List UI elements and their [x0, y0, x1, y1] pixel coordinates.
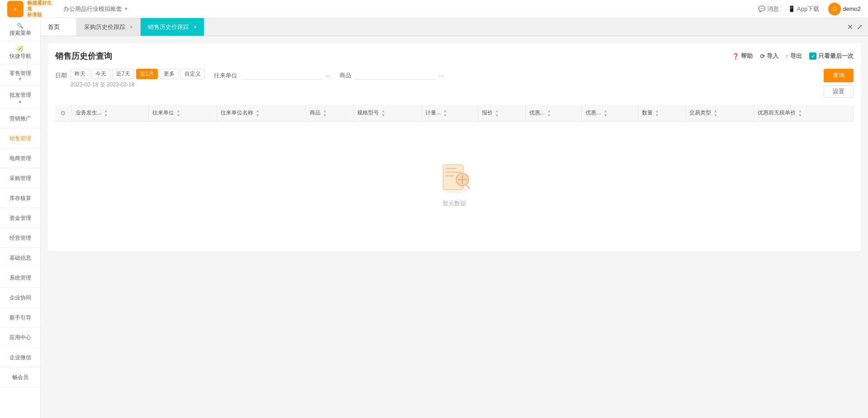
product-input-group: ... [355, 69, 444, 80]
col-product[interactable]: 商品 ▲▼ [306, 105, 353, 122]
sidebar-item-wechat[interactable]: 企业微信 [0, 347, 40, 367]
sales-history-close-icon[interactable]: × [193, 24, 197, 30]
sort-icon-business-date: ▲▼ [104, 109, 108, 118]
source-picker-btn[interactable]: ... [325, 71, 330, 78]
wholesale-expand-icon: ▲ [18, 99, 23, 104]
sales-history-tab-label: 销售历史价跟踪 [148, 23, 189, 31]
import-action[interactable]: ⟳ 导入 [760, 52, 778, 60]
sort-icon-spec: ▲▼ [381, 109, 385, 118]
results-table: ⚙ 业务发生... ▲▼ 往来单位 ▲▼ 往来单位名称 ▲▼ [55, 105, 854, 122]
col-pretax-price[interactable]: 优惠前无税单价 ▲▼ [754, 105, 854, 122]
tab-purchase-history[interactable]: 采购历史价跟踪 × [77, 18, 141, 36]
col-settings[interactable]: ⚙ [55, 105, 71, 122]
sidebar-item-guide[interactable]: 新手引导 [0, 308, 40, 328]
topbar: 6 畅捷通好生意 标准版 办公用品行业模拟账套 ▼ 💬 消息 📱 App下载 D… [0, 0, 868, 18]
col-source-unit[interactable]: 往来单位 ▲▼ [148, 105, 217, 122]
date-btn-yesterday[interactable]: 昨天 [71, 69, 90, 79]
logo-icon: 6 [7, 1, 24, 17]
only-latest-checkbox[interactable]: ✓ [809, 52, 816, 60]
sidebar-item-sales[interactable]: 销售管理 [0, 128, 40, 148]
mobile-icon: 📱 [788, 5, 795, 12]
sort-icon-product: ▲▼ [323, 109, 327, 118]
col-spec[interactable]: 规格型号 ▲▼ [353, 105, 421, 122]
sidebar-item-purchase[interactable]: 采购管理 [0, 168, 40, 188]
sort-icon-pretax-price: ▲▼ [798, 109, 802, 118]
col-discount2[interactable]: 优惠... ▲▼ [582, 105, 638, 122]
col-quote[interactable]: 报价 ▲▼ [478, 105, 525, 122]
purchase-history-close-icon[interactable]: × [130, 24, 133, 30]
date-btn-more[interactable]: 更多 [160, 69, 179, 79]
page-title-actions: ❓ 帮助 ⟳ 导入 ↑ 导出 ✓ 只看最后一次 [732, 52, 854, 60]
app-selector[interactable]: 办公用品行业模拟账套 ▼ [63, 5, 128, 13]
purchase-history-tab-label: 采购历史价跟踪 [84, 23, 125, 31]
date-btn-custom[interactable]: 自定义 [180, 69, 205, 79]
user-avatar[interactable]: D demo2 [828, 3, 861, 15]
col-quantity[interactable]: 数量 ▲▼ [638, 105, 685, 122]
sort-icon-discount2: ▲▼ [604, 109, 608, 118]
main-content: 销售历史价查询 ❓ 帮助 ⟳ 导入 ↑ 导出 ✓ 只看最后一次 [41, 36, 868, 418]
header-row: ⚙ 业务发生... ▲▼ 往来单位 ▲▼ 往来单位名称 ▲▼ [55, 105, 854, 122]
sidebar-item-wholesale[interactable]: 批发管理 ▲ [0, 86, 40, 108]
sidebar-item-enterprise[interactable]: 企业协同 [0, 288, 40, 308]
settings-button[interactable]: 设置 [824, 85, 854, 98]
col-business-date[interactable]: 业务发生... ▲▼ [71, 105, 148, 122]
date-btn-7days[interactable]: 近7天 [112, 69, 134, 79]
message-btn[interactable]: 💬 消息 [758, 5, 779, 13]
topbar-left: 6 畅捷通好生意 标准版 办公用品行业模拟账套 ▼ [7, 0, 128, 18]
date-btn-1month[interactable]: 近1月 [136, 69, 158, 79]
sidebar-item-operations[interactable]: 经营管理 [0, 228, 40, 248]
date-btn-today[interactable]: 今天 [91, 69, 110, 79]
tab-sales-history[interactable]: 销售历史价跟踪 × [141, 18, 204, 36]
sidebar-item-inventory[interactable]: 库存核算 [0, 188, 40, 208]
product-filter-group: 商品 ... [340, 69, 444, 80]
sort-icon-trade-type: ▲▼ [713, 109, 717, 118]
product-label: 商品 [340, 71, 351, 80]
col-discount1[interactable]: 优惠... ▲▼ [525, 105, 581, 122]
source-input[interactable] [241, 69, 322, 80]
sidebar-item-system[interactable]: 系统管理 [0, 268, 40, 288]
sort-icon-quantity: ▲▼ [655, 109, 659, 118]
query-button[interactable]: 查询 [824, 69, 854, 82]
sidebar-item-search-menu[interactable]: 🔍 搜索菜单 [0, 18, 40, 41]
tab-home[interactable]: 首页 [41, 18, 77, 36]
sort-icon-unit: ▲▼ [443, 109, 447, 118]
date-range-display: 2023-02-18 至 2023-03-18 [71, 81, 205, 89]
sidebar-item-member[interactable]: 畅会员 [0, 367, 40, 387]
sidebar-item-finance[interactable]: 资金管理 [0, 208, 40, 228]
page-title-bar: 销售历史价查询 ❓ 帮助 ⟳ 导入 ↑ 导出 ✓ 只看最后一次 [55, 51, 854, 62]
avatar-icon: D [828, 3, 841, 15]
tab-actions: ✕ ⤢ [842, 18, 868, 36]
column-settings-icon[interactable]: ⚙ [60, 109, 66, 117]
app-download-btn[interactable]: 📱 App下载 [788, 5, 819, 13]
sidebar-item-basic-info[interactable]: 基础信息 [0, 248, 40, 268]
sidebar-item-ecommerce[interactable]: 电商管理 [0, 148, 40, 168]
empty-state: 暂元数据 [55, 122, 854, 244]
sidebar-item-app-center[interactable]: 应用中心 [0, 328, 40, 347]
help-action[interactable]: ❓ 帮助 [732, 52, 753, 60]
topbar-right: 💬 消息 📱 App下载 D demo2 [758, 3, 861, 15]
sidebar-item-retail[interactable]: 零售管理 ▼ [0, 65, 40, 86]
sort-icon-source-name: ▲▼ [255, 109, 259, 118]
table-header: ⚙ 业务发生... ▲▼ 往来单位 ▲▼ 往来单位名称 ▲▼ [55, 105, 854, 122]
product-picker-btn[interactable]: ... [439, 71, 444, 78]
svg-rect-4 [445, 168, 457, 169]
col-unit[interactable]: 计量... ▲▼ [422, 105, 478, 122]
table-wrap: ⚙ 业务发生... ▲▼ 往来单位 ▲▼ 往来单位名称 ▲▼ [55, 105, 854, 122]
close-tab-icon[interactable]: ✕ [847, 23, 853, 31]
sort-icon-discount1: ▲▼ [547, 109, 551, 118]
import-icon: ⟳ [760, 53, 765, 60]
compass-icon: 🧭 [17, 46, 24, 52]
col-trade-type[interactable]: 交易类型 ▲▼ [686, 105, 754, 122]
search-icon: 🔍 [17, 23, 24, 29]
export-action[interactable]: ↑ 导出 [786, 52, 802, 60]
product-input[interactable] [355, 69, 436, 80]
sidebar-item-quick-nav[interactable]: 🧭 快捷导航 [0, 41, 40, 64]
maximize-icon[interactable]: ⤢ [857, 23, 863, 31]
sidebar: 🔍 搜索菜单 🧭 快捷导航 零售管理 ▼ 批发管理 ▲ 营销推广 销售管理 电商… [0, 18, 41, 418]
sort-icon-quote: ▲▼ [495, 109, 499, 118]
svg-rect-6 [445, 175, 454, 176]
col-source-name[interactable]: 往来单位名称 ▲▼ [217, 105, 306, 122]
sort-icon-source-unit: ▲▼ [176, 109, 180, 118]
only-latest-wrap[interactable]: ✓ 只看最后一次 [809, 52, 854, 60]
sidebar-item-marketing[interactable]: 营销推广 [0, 109, 40, 128]
